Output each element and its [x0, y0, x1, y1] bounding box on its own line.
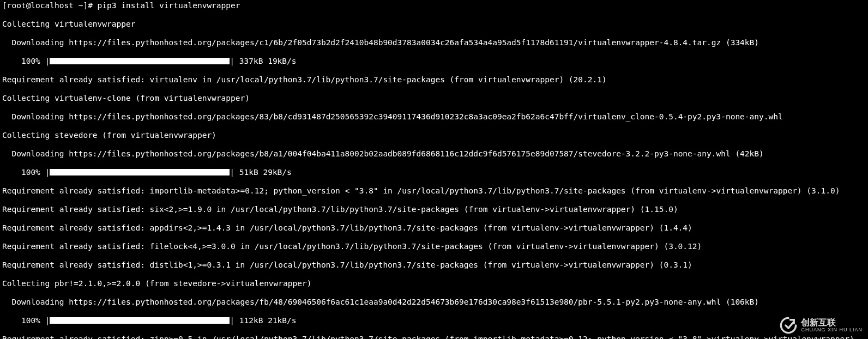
output-line: Downloading https://files.pythonhosted.o…	[2, 112, 866, 122]
output-line: Requirement already satisfied: appdirs<2…	[2, 223, 866, 233]
output-line: Requirement already satisfied: distlib<1…	[2, 261, 866, 270]
output-line: Requirement already satisfied: filelock<…	[2, 242, 866, 251]
output-line: Requirement already satisfied: importlib…	[2, 186, 866, 196]
progress-line: 100% || 51kB 29kB/s	[2, 168, 866, 177]
logo-text-cn: 创新互联	[801, 318, 863, 327]
shell-command: pip3 install virtualenvwrapper	[98, 1, 240, 10]
output-line: Downloading https://files.pythonhosted.o…	[2, 38, 866, 47]
progress-line: 100% || 112kB 21kB/s	[2, 316, 866, 325]
logo-icon	[779, 316, 798, 335]
output-line: Requirement already satisfied: zipp>=0.5…	[2, 335, 866, 339]
shell-prompt: [root@localhost ~]#	[2, 1, 98, 10]
output-line: Collecting virtualenvwrapper	[2, 20, 866, 29]
watermark-logo: 创新互联 CHUANG XIN HU LIAN	[779, 316, 863, 335]
output-line: Downloading https://files.pythonhosted.o…	[2, 149, 866, 159]
progress-bar-icon	[50, 317, 230, 324]
output-line: Collecting virtualenv-clone (from virtua…	[2, 94, 866, 103]
logo-text-en: CHUANG XIN HU LIAN	[801, 327, 863, 332]
output-line: Collecting pbr!=2.1.0,>=2.0.0 (from stev…	[2, 279, 866, 288]
output-line: Requirement already satisfied: virtualen…	[2, 75, 866, 84]
output-line: Collecting stevedore (from virtualenvwra…	[2, 131, 866, 140]
progress-line: 100% || 337kB 19kB/s	[2, 57, 866, 66]
output-line: Requirement already satisfied: six<2,>=1…	[2, 205, 866, 214]
output-line: Downloading https://files.pythonhosted.o…	[2, 298, 866, 307]
progress-bar-icon	[50, 58, 230, 64]
progress-bar-icon	[50, 169, 230, 175]
terminal[interactable]: [root@localhost ~]# pip3 install virtual…	[0, 0, 868, 339]
